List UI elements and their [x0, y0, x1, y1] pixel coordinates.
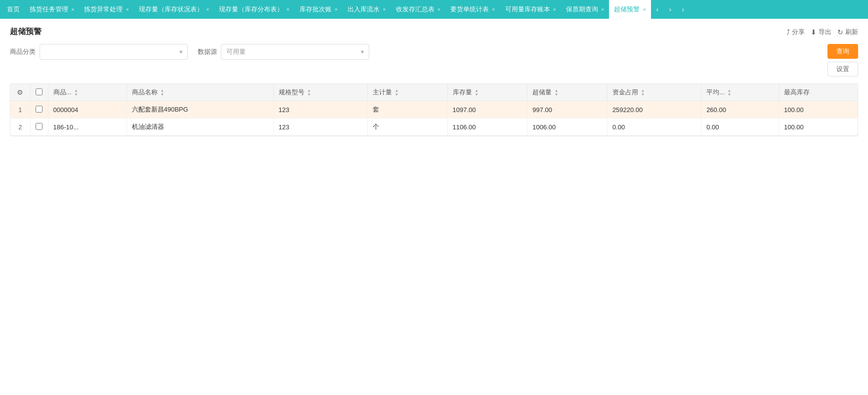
- datasource-value: 可用量: [226, 47, 246, 56]
- nav-label-1: 拣货任务管理: [30, 5, 68, 14]
- datasource-arrow-icon: ▾: [361, 48, 364, 55]
- sort-icon-capital[interactable]: ▲▼: [641, 89, 645, 97]
- share-label: 分享: [792, 28, 805, 37]
- datasource-label: 数据源: [198, 47, 217, 56]
- row-num-1: 2: [10, 118, 30, 136]
- nav-close-7[interactable]: ×: [437, 6, 440, 12]
- nav-label-7: 收发存汇总表: [396, 5, 434, 14]
- export-icon: ⬇: [811, 28, 817, 36]
- nav-label-9: 可用量库存账本: [505, 5, 550, 14]
- settings-button[interactable]: 设置: [827, 62, 858, 77]
- row-checkbox-1: [30, 118, 48, 136]
- nav-label-3: 现存量（库存状况表）: [139, 5, 203, 14]
- cell-max-stock-1: 100.00: [779, 118, 858, 136]
- nav-prev-arrow[interactable]: ‹: [651, 0, 664, 19]
- col-stock-header: 库存量 ▲▼: [447, 84, 527, 101]
- nav-item-7[interactable]: 收发存汇总表 ×: [391, 0, 445, 19]
- top-navigation: 首页 拣货任务管理 × 拣货异常处理 × 现存量（库存状况表） × 现存量（库存…: [0, 0, 868, 19]
- nav-label-home: 首页: [7, 5, 20, 14]
- cell-overstock-1: 1006.00: [527, 118, 608, 136]
- cell-avg-1: 0.00: [701, 118, 779, 136]
- refresh-icon: ↻: [837, 28, 843, 36]
- col-settings: ⚙: [10, 84, 30, 101]
- data-table-wrapper: ⚙ 商品... ▲▼ 商品名称 ▲▼ 规格型号 ▲▼: [10, 83, 858, 136]
- sort-icon-spec[interactable]: ▲▼: [307, 89, 311, 97]
- cell-product-name-0: 六配套新昌490BPG: [127, 101, 273, 118]
- nav-item-3[interactable]: 现存量（库存状况表） ×: [134, 0, 214, 19]
- nav-close-10[interactable]: ×: [601, 6, 604, 12]
- datasource-select[interactable]: 可用量 ▾: [221, 44, 369, 60]
- table-row: 2 186-10... 机油滤清器 123 个 1106.00 1006.00 …: [10, 118, 858, 136]
- nav-item-8[interactable]: 要货单统计表 ×: [445, 0, 500, 19]
- refresh-button[interactable]: ↻ 刷新: [837, 28, 858, 37]
- cell-capital-1: 0.00: [607, 118, 701, 136]
- cell-product-name-1: 机油滤清器: [127, 118, 273, 136]
- col-product-name-header: 商品名称 ▲▼: [127, 84, 273, 101]
- nav-close-4[interactable]: ×: [286, 6, 289, 12]
- category-label: 商品分类: [10, 47, 36, 56]
- category-select[interactable]: ▾: [40, 44, 188, 60]
- col-unit-header: 主计量 ▲▼: [367, 84, 447, 101]
- cell-product-code-1: 186-10...: [48, 118, 127, 136]
- nav-next-arrow[interactable]: ›: [664, 0, 677, 19]
- nav-close-3[interactable]: ×: [206, 6, 209, 12]
- cell-stock-0: 1097.00: [447, 101, 527, 118]
- nav-item-5[interactable]: 库存批次账 ×: [295, 0, 343, 19]
- nav-item-4[interactable]: 现存量（库存分布表） ×: [214, 0, 294, 19]
- sort-icon-product-name[interactable]: ▲▼: [160, 89, 164, 97]
- settings-gear-icon[interactable]: ⚙: [17, 88, 23, 96]
- nav-label-4: 现存量（库存分布表）: [219, 5, 283, 14]
- col-product-code-header: 商品... ▲▼: [48, 84, 127, 101]
- nav-label-5: 库存批次账: [300, 5, 332, 14]
- query-button[interactable]: 查询: [827, 44, 858, 59]
- nav-close-1[interactable]: ×: [71, 6, 74, 12]
- nav-close-6[interactable]: ×: [383, 6, 386, 12]
- col-checkbox-header: [30, 84, 48, 101]
- nav-item-2[interactable]: 拣货异常处理 ×: [79, 0, 133, 19]
- nav-close-9[interactable]: ×: [553, 6, 556, 12]
- page-title: 超储预警: [10, 27, 42, 37]
- nav-label-10: 保质期查询: [566, 5, 598, 14]
- nav-label-2: 拣货异常处理: [84, 5, 123, 14]
- sort-icon-avg[interactable]: ▲▼: [728, 89, 732, 97]
- filter-area: 商品分类 ▾ 数据源 可用量 ▾ 查询 设置: [10, 44, 858, 77]
- cell-unit-0: 套: [367, 101, 447, 118]
- export-button[interactable]: ⬇ 导出: [811, 28, 831, 37]
- nav-close-5[interactable]: ×: [335, 6, 338, 12]
- nav-item-9[interactable]: 可用量库存账本 ×: [500, 0, 561, 19]
- share-button[interactable]: ⤴ 分享: [786, 28, 805, 37]
- table-row: 1 0000004 六配套新昌490BPG 123 套 1097.00 997.…: [10, 101, 858, 118]
- sort-icon-unit[interactable]: ▲▼: [394, 89, 398, 97]
- header-actions: ⤴ 分享 ⬇ 导出 ↻ 刷新: [786, 28, 858, 37]
- select-all-checkbox[interactable]: [36, 88, 43, 95]
- export-label: 导出: [819, 28, 831, 37]
- col-avg-header: 平均... ▲▼: [701, 84, 779, 101]
- sort-icon-stock[interactable]: ▲▼: [475, 89, 478, 97]
- nav-close-8[interactable]: ×: [492, 6, 495, 12]
- nav-more-arrow[interactable]: ›: [677, 0, 690, 19]
- cell-product-code-0: 0000004: [48, 101, 127, 118]
- data-table: ⚙ 商品... ▲▼ 商品名称 ▲▼ 规格型号 ▲▼: [10, 84, 858, 136]
- nav-close-2[interactable]: ×: [126, 6, 129, 12]
- filter-datasource: 数据源 可用量 ▾: [198, 44, 369, 60]
- nav-item-6[interactable]: 出入库流水 ×: [343, 0, 391, 19]
- sort-icon-overstock[interactable]: ▲▼: [555, 89, 559, 97]
- col-capital-header: 资金占用 ▲▼: [607, 84, 701, 101]
- cell-avg-0: 260.00: [701, 101, 779, 118]
- nav-item-1[interactable]: 拣货任务管理 ×: [25, 0, 79, 19]
- nav-close-active[interactable]: ×: [643, 6, 646, 12]
- nav-label-active: 超储预警: [614, 5, 640, 14]
- row-num-0: 1: [10, 101, 30, 118]
- row-checkbox-0: [30, 101, 48, 118]
- row-select-1[interactable]: [36, 123, 43, 130]
- nav-item-10[interactable]: 保质期查询 ×: [561, 0, 609, 19]
- sort-icon-product-code[interactable]: ▲▼: [74, 89, 78, 97]
- col-max-stock-header: 最高库存: [779, 84, 858, 101]
- table-header-row: ⚙ 商品... ▲▼ 商品名称 ▲▼ 规格型号 ▲▼: [10, 84, 858, 101]
- nav-label-6: 出入库流水: [347, 5, 380, 14]
- nav-item-home[interactable]: 首页: [2, 0, 25, 19]
- col-spec-header: 规格型号 ▲▼: [273, 84, 367, 101]
- row-select-0[interactable]: [36, 106, 43, 113]
- nav-item-active[interactable]: 超储预警 ×: [609, 0, 651, 19]
- cell-capital-0: 259220.00: [607, 101, 701, 118]
